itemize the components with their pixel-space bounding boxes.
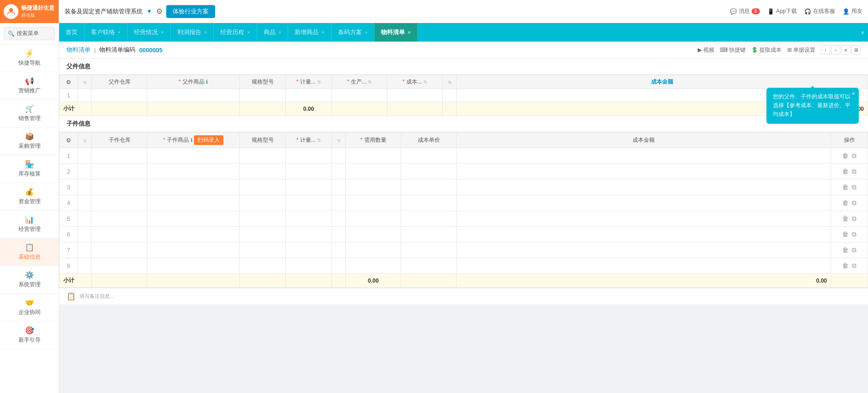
child-spec-input-1[interactable] [243,152,282,159]
child-needed-qty-input-6[interactable] [350,231,397,238]
child-product-input-6[interactable] [151,231,235,238]
tab-close-customer[interactable]: × [118,30,121,35]
tab-products[interactable]: 商品 × [257,23,288,42]
child-product-input-1[interactable] [151,152,235,159]
settings-icon[interactable]: ⚙ [156,7,163,16]
child-product-input-7[interactable] [151,247,235,254]
child-unit-cost-input-2[interactable] [405,168,452,175]
tab-close-barcode[interactable]: × [365,30,368,35]
child-unit-cost-input-8[interactable] [405,262,452,269]
tab-profit[interactable]: 利润报告 × [171,23,214,42]
child-spec-input-6[interactable] [243,231,282,238]
child-warehouse-input-4[interactable] [96,200,143,206]
child-unit-cost-input-6[interactable] [405,231,452,238]
child-warehouse-input-6[interactable] [96,231,143,238]
tab-close-bom[interactable]: × [408,30,410,35]
copy-row-button-5[interactable]: ⧉ [851,214,857,224]
child-needed-qty-input-5[interactable] [350,215,397,222]
child-qty-input-8[interactable] [289,262,328,269]
sidebar-item-finance[interactable]: 💰 资金管理 [0,183,59,211]
view-video-button[interactable]: ▶ 视频 [698,46,714,54]
child-needed-qty-input-7[interactable] [350,247,397,254]
online-service-button[interactable]: 🎧 在线客服 [804,7,835,15]
extract-cost-button[interactable]: 💲 提取成本 [751,46,782,54]
child-product-input-8[interactable] [151,262,235,269]
copy-row-button-8[interactable]: ⧉ [851,261,857,271]
search-menu-button[interactable]: 🔍 搜索菜单 [4,27,55,40]
child-unit-cost-input-5[interactable] [405,215,452,222]
child-needed-qty-input-2[interactable] [350,168,397,175]
child-qty-input-1[interactable] [289,152,328,159]
child-product-input-5[interactable] [151,215,235,222]
child-product-info-icon[interactable]: ℹ [191,137,193,143]
delete-row-button-2[interactable]: 🗑 [841,167,850,176]
parent-col-settings[interactable]: ⚙ [60,75,78,89]
child-qty-input-7[interactable] [289,247,328,254]
tab-home[interactable]: 首页 [59,23,84,42]
child-needed-qty-input-1[interactable] [350,152,397,159]
child-needed-qty-input-8[interactable] [350,262,397,269]
copy-row-button-2[interactable]: ⧉ [851,167,857,176]
tab-close-history[interactable]: × [247,30,250,35]
child-product-input-4[interactable] [151,200,235,206]
child-spec-input-7[interactable] [243,247,282,254]
tab-close-new-product[interactable]: × [321,30,324,35]
close-all-tabs[interactable]: × [857,29,868,36]
child-spec-input-2[interactable] [243,168,282,175]
tooltip-close-button[interactable]: × [852,90,855,98]
child-warehouse-input-7[interactable] [96,247,143,254]
tab-customer[interactable]: 客户联络 × [84,23,127,42]
sidebar-item-marketing[interactable]: 📢 营销推广 [0,72,59,100]
sidebar-item-system[interactable]: ⚙️ 系统管理 [0,266,59,294]
parent-product-input[interactable] [151,92,235,99]
child-qty-input-5[interactable] [289,215,328,222]
copy-row-button-7[interactable]: ⧉ [851,245,857,255]
parent-qty-input[interactable] [289,92,328,99]
sidebar-item-inventory[interactable]: 🏪 库存核算 [0,155,59,183]
tab-barcode[interactable]: 条码方案 × [332,23,374,42]
doc-settings-button[interactable]: ⊞ 单据设置 [787,46,815,54]
sidebar-item-sales[interactable]: 🛒 销售管理 [0,100,59,127]
copy-row-button-6[interactable]: ⧉ [851,230,857,239]
child-unit-cost-input-7[interactable] [405,247,452,254]
child-spec-input-8[interactable] [243,262,282,269]
child-warehouse-input-1[interactable] [96,152,143,159]
child-warehouse-input-8[interactable] [96,262,143,269]
child-qty-input-3[interactable] [289,184,328,191]
expand-button[interactable]: ≡ [841,45,850,54]
sidebar-item-purchase[interactable]: 📦 采购管理 [0,127,59,155]
parent-spec-input[interactable] [243,92,282,99]
child-needed-qty-input-3[interactable] [350,184,397,191]
child-qty-input-2[interactable] [289,168,328,175]
parent-cost-input[interactable] [391,92,439,99]
delete-row-button-3[interactable]: 🗑 [841,182,850,192]
app-download-button[interactable]: 📱 App下载 [767,7,797,15]
child-spec-input-3[interactable] [243,184,282,191]
parent-warehouse-input[interactable] [96,92,143,99]
child-needed-qty-input-4[interactable] [350,200,397,206]
child-unit-cost-input-3[interactable] [405,184,452,191]
grid-button[interactable]: ⊞ [851,45,861,54]
child-unit-cost-input-4[interactable] [405,200,452,206]
tab-close-ops[interactable]: × [161,30,163,35]
copy-row-button-1[interactable]: ⧉ [851,151,857,161]
tab-close-profit[interactable]: × [204,30,207,35]
child-warehouse-input-5[interactable] [96,215,143,222]
parent-production-input[interactable] [336,92,383,99]
delete-row-button-6[interactable]: 🗑 [841,230,850,239]
child-spec-input-5[interactable] [243,215,282,222]
user-button[interactable]: 👤 用友 [843,7,862,15]
scan-button[interactable]: 扫码录入 [194,135,223,145]
next-button[interactable]: › [831,45,840,54]
copy-row-button-3[interactable]: ⧉ [851,182,857,192]
sidebar-item-basic[interactable]: 📋 基础信息 [0,238,59,266]
child-unit-cost-input-1[interactable] [405,152,452,159]
child-product-input-3[interactable] [151,184,235,191]
tab-new-product[interactable]: 新增商品 × [288,23,331,42]
child-product-input-2[interactable] [151,168,235,175]
trial-button[interactable]: 体验行业方案 [166,5,215,18]
copy-row-button-4[interactable]: ⧉ [851,198,857,208]
child-spec-input-4[interactable] [243,200,282,206]
child-col-settings[interactable]: ⚙ [60,133,78,148]
tab-bom[interactable]: 物料清单 × [374,23,417,42]
